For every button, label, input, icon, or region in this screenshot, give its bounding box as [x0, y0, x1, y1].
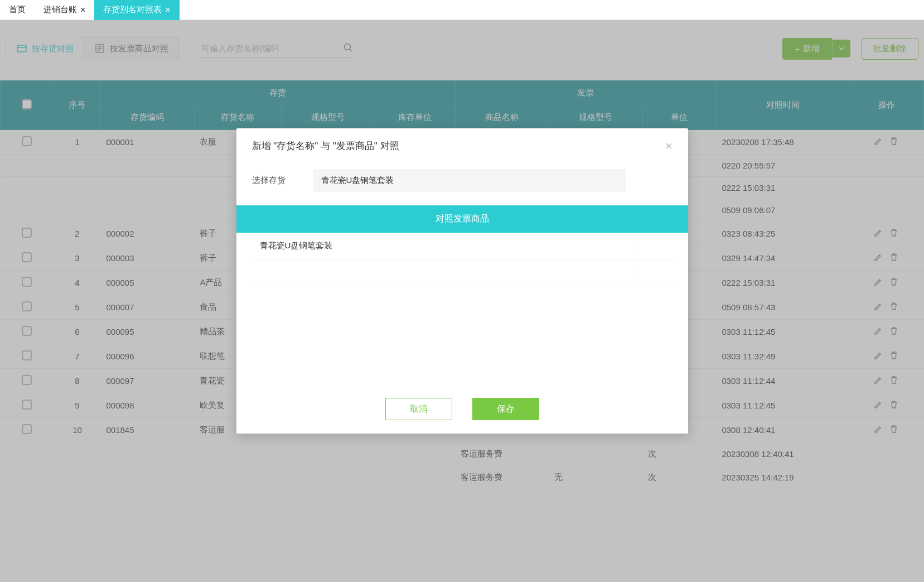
modal-header: 新增 "存货名称" 与 "发票商品" 对照 ×: [236, 128, 688, 163]
invoice-item-list: 青花瓷U盘钢笔套装: [252, 233, 673, 286]
tab-ledger[interactable]: 进销台账×: [35, 0, 94, 20]
save-button[interactable]: 保存: [472, 398, 539, 420]
tab-label: 首页: [9, 4, 26, 15]
modal-title: 新增 "存货名称" 与 "发票商品" 对照: [252, 140, 399, 152]
list-item-text: 青花瓷U盘钢笔套装: [252, 241, 637, 251]
page-tabs: 首页 进销台账× 存货别名对照表×: [0, 0, 924, 20]
select-stock-input[interactable]: [313, 169, 626, 192]
close-icon[interactable]: ×: [80, 5, 85, 15]
section-banner: 对照发票商品: [236, 205, 688, 233]
tab-home[interactable]: 首页: [0, 0, 35, 20]
tab-label: 存货别名对照表: [103, 4, 162, 15]
modal-close-button[interactable]: ×: [665, 140, 673, 152]
list-item[interactable]: 青花瓷U盘钢笔套装: [252, 233, 673, 259]
tab-label: 进销台账: [43, 4, 77, 15]
list-item[interactable]: [252, 259, 673, 286]
modal-body: 选择存货 对照发票商品 青花瓷U盘钢笔套装: [236, 163, 688, 387]
select-stock-row: 选择存货: [252, 169, 673, 192]
modal-footer: 取消 保存: [236, 387, 688, 434]
tab-alias-table[interactable]: 存货别名对照表×: [94, 0, 179, 20]
select-stock-label: 选择存货: [252, 175, 302, 186]
new-mapping-modal: 新增 "存货名称" 与 "发票商品" 对照 × 选择存货 对照发票商品 青花瓷U…: [236, 128, 688, 434]
list-item-action[interactable]: [637, 259, 673, 286]
list-item-action[interactable]: [637, 233, 673, 259]
close-icon[interactable]: ×: [165, 5, 170, 15]
cancel-button[interactable]: 取消: [385, 398, 452, 420]
